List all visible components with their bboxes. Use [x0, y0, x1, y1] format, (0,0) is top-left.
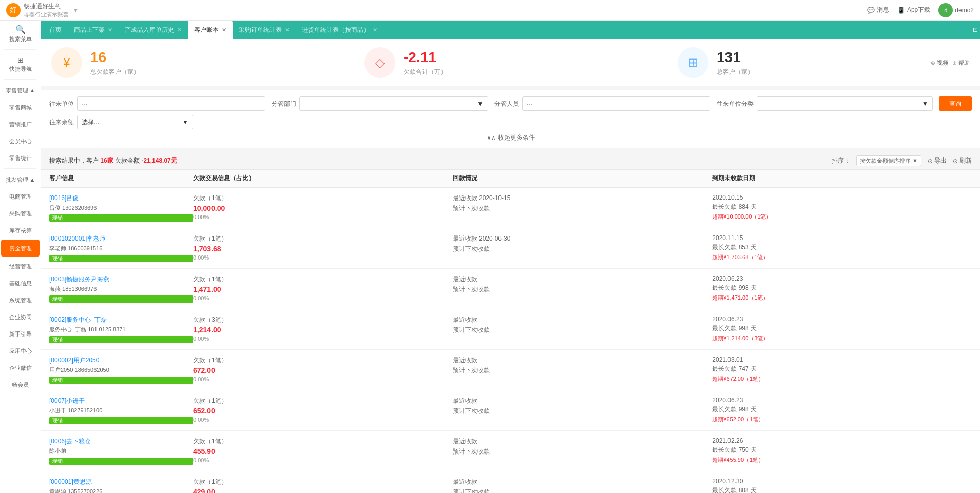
refresh-icon: ⊙: [953, 157, 958, 165]
sidebar-item-enterprise-wechat[interactable]: 企业微信: [0, 359, 41, 376]
app-download-btn[interactable]: 📱 App下载: [897, 6, 930, 14]
view-help-btn[interactable]: ⊙ 帮助: [952, 59, 970, 67]
tab-maximize-icon[interactable]: ⊡: [973, 26, 978, 33]
overdue-amount-2[interactable]: 超期¥1,471.00（1笔）: [712, 294, 972, 302]
sidebar-item-vip-member[interactable]: 畅会员: [0, 376, 41, 393]
return-info-3: 最近收款 预计下次收款: [453, 315, 713, 334]
last-payment-5: 最近收款: [453, 397, 713, 405]
sidebar-item-retail-mgmt[interactable]: 零售管理 ▲: [0, 82, 41, 98]
dept-select[interactable]: ▼: [299, 96, 488, 111]
sidebar-item-system[interactable]: 系统管理: [0, 291, 41, 308]
overdue-amount-4[interactable]: 超期¥672.00（1笔）: [712, 375, 972, 383]
debt-amount-7: 429.00: [193, 488, 453, 493]
sidebar-item-ecommerce[interactable]: 电商管理: [0, 188, 41, 205]
sort-select[interactable]: 按欠款金额倒序排序 ▼: [856, 155, 921, 166]
customer-name-3[interactable]: [0002]服务中心_丁磊: [49, 315, 193, 324]
tab-close-product-shelf[interactable]: ✕: [108, 27, 112, 33]
result-customer-count: 16家: [100, 157, 113, 164]
total-customers-info: 131 总客户（家）: [717, 49, 754, 76]
unit-category-select[interactable]: ▼: [757, 96, 933, 111]
customer-info-5: [0007]小进干 小进干 18279152100 现销: [49, 397, 193, 424]
sidebar-item-enterprise-collab[interactable]: 企业协同: [0, 308, 41, 325]
tab-close-purchase-stats[interactable]: ✕: [285, 27, 290, 33]
overdue-amount-3[interactable]: 超期¥1,214.00（3笔）: [712, 334, 972, 342]
main-layout: 🔍 搜索菜单 ⊞ 快捷导航 零售管理 ▲ 零售商城 营销推广 会员中心 零售统计…: [0, 21, 980, 493]
tab-close-product-history[interactable]: ✕: [177, 27, 182, 33]
debt-ratio-1: 0.00%: [193, 254, 453, 261]
overdue-amount-0[interactable]: 超期¥10,000.00（1笔）: [712, 213, 972, 221]
due-info-1: 2020.11.15 最长欠款 853 天 超期¥1,703.68（1笔）: [712, 234, 972, 261]
query-button[interactable]: 查询: [939, 96, 972, 111]
customer-info-1: [0001020001]李老师 李老师 18600391516 现销: [49, 234, 193, 262]
sidebar-item-finance[interactable]: 资金管理: [1, 240, 40, 257]
sidebar-search-btn[interactable]: 🔍 搜索菜单: [0, 21, 41, 47]
export-btn[interactable]: ⊙ 导出: [928, 156, 947, 165]
tab-purchase-stats[interactable]: 采购订单统计表 ✕: [233, 21, 296, 39]
manager-input[interactable]: ···: [522, 96, 710, 111]
total-customers-label: 总客户（家）: [717, 68, 754, 76]
tab-home[interactable]: 首页: [43, 21, 68, 39]
customer-name-1[interactable]: [0001020001]李老师: [49, 234, 193, 243]
view-video-btn[interactable]: ⊙ 视频: [931, 59, 948, 67]
customer-name-7[interactable]: [000001]黄思源: [49, 478, 193, 486]
from-unit-label: 往来单位: [49, 100, 74, 108]
tab-close-customer-account[interactable]: ✕: [222, 27, 226, 33]
customer-name-4[interactable]: [000002]用户2050: [49, 356, 193, 365]
overdue-days-4: 最长欠款 747 天: [712, 365, 972, 373]
due-info-4: 2021.03.01 最长欠款 747 天 超期¥672.00（1笔）: [712, 356, 972, 383]
logo-area: 好 畅捷通好生意 母婴行业演示账套: [6, 2, 69, 18]
topbar-left: 好 畅捷通好生意 母婴行业演示账套 ▼: [6, 2, 79, 18]
debt-customers-info: 16 总欠款客户（家）: [90, 49, 140, 76]
sidebar-item-quick-nav[interactable]: ⊞ 快捷导航: [0, 52, 41, 77]
tab-customer-account[interactable]: 客户账本 ✕: [188, 21, 233, 39]
next-payment-1: 预计下次收款: [453, 245, 713, 253]
sidebar-item-operations[interactable]: 经营管理: [0, 258, 41, 274]
sidebar-item-retail-stats[interactable]: 零售统计: [0, 149, 41, 166]
overdue-days-6: 最长欠款 750 天: [712, 446, 972, 455]
stat-card-actions: ⊙ 视频 ⊙ 帮助: [931, 59, 970, 67]
overdue-amount-5[interactable]: 超期¥652.00（1笔）: [712, 416, 972, 423]
dept-label: 分管部门: [272, 100, 296, 108]
tab-minimize-icon[interactable]: —: [965, 26, 971, 33]
sidebar-item-retail-shop[interactable]: 零售商城: [0, 98, 41, 115]
customer-name-6[interactable]: [0006]去下粮仓: [49, 437, 193, 446]
customer-phone-5: 小进干 18279152100: [49, 407, 193, 415]
tab-product-shelf[interactable]: 商品上下架 ✕: [68, 21, 119, 39]
debt-ratio-2: 0.00%: [193, 295, 453, 301]
sidebar-item-new-guide[interactable]: 新手引导: [0, 325, 41, 342]
sidebar-item-marketing[interactable]: 营销推广: [0, 115, 41, 132]
return-info-2: 最近收款 预计下次收款: [453, 275, 713, 294]
sidebar-item-app-center[interactable]: 应用中心: [0, 342, 41, 359]
user-area[interactable]: d demo2: [938, 3, 974, 17]
sidebar-item-inventory[interactable]: 库存核算: [0, 222, 41, 239]
overdue-amount-6[interactable]: 超期¥455.90（1笔）: [712, 456, 972, 464]
balance-chevron: ▼: [182, 119, 188, 126]
due-date-3: 2020.06.23: [712, 315, 972, 323]
collapse-btn[interactable]: ∧∧ 收起更多条件: [49, 133, 972, 142]
tab-close-purchase-inventory[interactable]: ✕: [373, 27, 377, 33]
sort-value: 按欠款金额倒序排序: [860, 157, 911, 164]
customer-name-0[interactable]: [0016]吕俊: [49, 194, 193, 203]
debt-amount-5: 652.00: [193, 407, 453, 415]
tab-purchase-inventory[interactable]: 进货单统计表（按商品） ✕: [296, 21, 383, 39]
overdue-amount-1[interactable]: 超期¥1,703.68（1笔）: [712, 253, 972, 261]
debt-count-2: 欠款（1笔）: [193, 275, 453, 284]
col-header-customer: 客户信息: [49, 174, 193, 183]
from-unit-input[interactable]: ···: [77, 96, 265, 111]
sidebar-item-basic-info[interactable]: 基础信息: [0, 274, 41, 291]
sidebar-item-member[interactable]: 会员中心: [0, 132, 41, 149]
sidebar-item-batch-mgmt[interactable]: 批发管理 ▲: [0, 171, 41, 188]
expand-icon[interactable]: ▼: [73, 7, 79, 13]
customer-name-5[interactable]: [0007]小进干: [49, 397, 193, 405]
filter-dept: 分管部门 ▼: [272, 96, 488, 111]
refresh-btn[interactable]: ⊙ 刷新: [953, 156, 972, 165]
customer-name-2[interactable]: [0003]畅捷服务尹海燕: [49, 275, 193, 284]
sidebar-item-purchase[interactable]: 采购管理: [0, 205, 41, 222]
customer-info-3: [0002]服务中心_丁磊 服务中心_丁磊 181 0125 8371 现销: [49, 315, 193, 343]
debt-count-6: 欠款（1笔）: [193, 437, 453, 446]
message-btn[interactable]: 💬 消息: [867, 6, 889, 14]
balance-select[interactable]: 选择... ▼: [77, 115, 193, 129]
tab-product-history[interactable]: 产成品入库单历史 ✕: [119, 21, 188, 39]
manager-label: 分管人员: [494, 100, 519, 108]
message-icon: 💬: [867, 7, 875, 14]
